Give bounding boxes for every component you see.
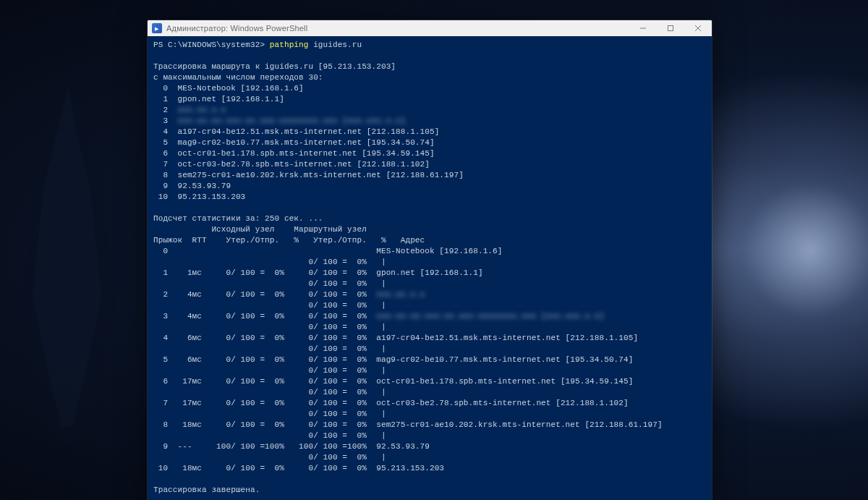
command-arg: iguides.ru	[313, 41, 362, 49]
trace-header-1: Трассировка маршрута к iguides.ru [95.21…	[153, 62, 396, 71]
terminal-output[interactable]: PS C:\WINDOWS\system32> pathping iguides…	[148, 36, 712, 500]
hops-block: 0 MES-Notebook [192.168.1.6] 1 gpon.net …	[153, 84, 464, 201]
window-controls	[629, 20, 712, 36]
prompt-path: PS C:\WINDOWS\system32>	[153, 41, 265, 49]
svg-rect-1	[668, 26, 673, 31]
trace-header-2: с максимальным числом переходов 30:	[153, 73, 323, 82]
command-name: pathping	[270, 41, 309, 49]
stats-title: Подсчет статистики за: 250 сек. ...	[153, 214, 323, 223]
maximize-button[interactable]	[657, 20, 684, 36]
stats-sub2: Прыжок RTT Утер./Отпр. % Утер./Отпр. % А…	[153, 236, 425, 245]
stats-sub1: Исходный узел Маршрутный узел	[153, 225, 367, 234]
window-title: Администратор: Windows PowerShell	[166, 24, 629, 33]
trace-footer: Трассировка завершена.	[153, 486, 260, 494]
minimize-button[interactable]	[629, 20, 657, 36]
desktop-wallpaper-silhouette	[14, 65, 123, 441]
powershell-icon	[152, 23, 162, 33]
window-titlebar[interactable]: Администратор: Windows PowerShell	[148, 20, 712, 36]
stats-rows: 0 MES-Notebook [192.168.1.6] 0/ 100 = 0%…	[153, 247, 663, 473]
powershell-window: Администратор: Windows PowerShell PS C:\…	[148, 20, 712, 500]
close-button[interactable]	[684, 20, 712, 36]
